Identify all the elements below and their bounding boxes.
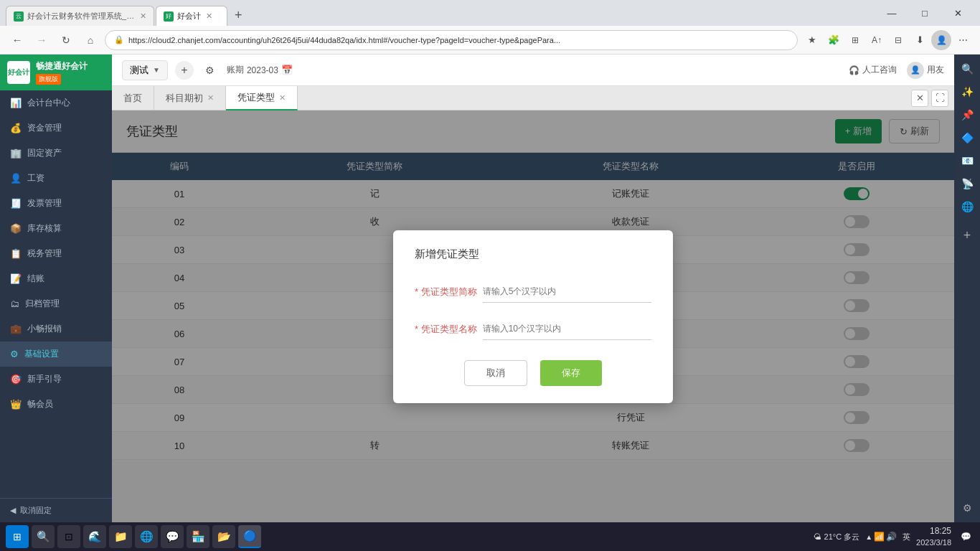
workspace-selector[interactable]: 测试 ▼ — [122, 60, 168, 80]
logo-icon: 好会计 — [7, 61, 30, 84]
extensions-icon[interactable]: 🧩 — [824, 30, 844, 50]
tabs-bar: 首页 科目期初 ✕ 凭证类型 ✕ ✕ ⛶ — [112, 86, 954, 110]
right-mail-button[interactable]: 📧 — [957, 151, 977, 171]
home-button[interactable]: ⌂ — [80, 30, 100, 50]
maximize-button[interactable]: □ — [908, 0, 941, 26]
invoice-icon: 🧾 — [10, 198, 22, 209]
forward-button[interactable]: → — [32, 30, 52, 50]
close-button[interactable]: ✕ — [941, 0, 974, 26]
sidebar-item-invoice[interactable]: 🧾 发票管理 — [0, 191, 112, 216]
browser-tab-1[interactable]: 云 好会计云财务软件管理系统_会计 ✕ — [6, 6, 154, 26]
right-gear-button[interactable]: ⚙ — [957, 498, 977, 518]
taskbar-language[interactable]: 英 — [903, 532, 910, 542]
sidebar-item-dashboard[interactable]: 📊 会计台中心 — [0, 90, 112, 116]
dialog-title: 新增凭证类型 — [415, 248, 651, 261]
sidebar-item-archive[interactable]: 🗂 归档管理 — [0, 291, 112, 316]
calendar-icon[interactable]: 📅 — [281, 65, 293, 75]
cancel-pin-label: 取消固定 — [20, 505, 52, 516]
taskbar-notification-button[interactable]: 💬 — [957, 528, 974, 545]
menu-icon[interactable]: ⋯ — [953, 30, 973, 50]
save-button[interactable]: 保存 — [540, 360, 602, 386]
right-pin-button[interactable]: 📌 — [957, 105, 977, 125]
dashboard-icon: 📊 — [10, 98, 22, 108]
sidebar-logo[interactable]: 好会计 畅捷通好会计 旗舰版 — [0, 55, 112, 90]
right-diamond-button[interactable]: 🔷 — [957, 128, 977, 148]
checkout-label: 结账 — [27, 273, 44, 285]
right-star-button[interactable]: ✨ — [957, 82, 977, 102]
dialog-abbr-input[interactable] — [483, 281, 651, 303]
dialog-actions: 取消 保存 — [415, 360, 651, 386]
cancel-pin-button[interactable]: ◀ 取消固定 — [0, 499, 112, 522]
tab-close-all-button[interactable]: ✕ — [911, 90, 928, 107]
checkout-icon: 📝 — [10, 273, 22, 284]
browser-tab-2[interactable]: 好 好会计 ✕ — [156, 6, 227, 26]
settings-button[interactable]: ⚙ — [201, 61, 220, 80]
cancel-button[interactable]: 取消 — [464, 360, 527, 386]
sidebar-item-settings[interactable]: ⚙ 基础设置 — [0, 342, 112, 367]
zoom-icon[interactable]: A↑ — [867, 30, 887, 50]
tab-subject-close-icon[interactable]: ✕ — [207, 93, 214, 103]
taskbar-task-view-button[interactable]: ⊡ — [57, 525, 80, 548]
sidebar-item-fixed-assets[interactable]: 🏢 固定资产 — [0, 141, 112, 166]
taskbar-search-button[interactable]: 🔍 — [32, 525, 55, 548]
right-search-button[interactable]: 🔍 — [957, 59, 977, 79]
downloads-icon[interactable]: ⬇ — [910, 30, 930, 50]
member-label: 畅会员 — [27, 398, 53, 410]
taskbar-chrome-button[interactable]: 🌐 — [135, 525, 158, 548]
sidebar-item-salary[interactable]: 👤 工资 — [0, 166, 112, 191]
new-tab-button[interactable]: + — [229, 8, 248, 23]
browser-tools: ★ 🧩 ⊞ A↑ ⊟ ⬇ 👤 ⋯ — [802, 30, 973, 50]
period-value: 2023-03 — [247, 65, 278, 75]
taskbar-edge2-button[interactable]: 🔵 — [238, 525, 261, 548]
fixed-assets-icon: 🏢 — [10, 148, 22, 159]
sidebar-item-fund[interactable]: 💰 资金管理 — [0, 116, 112, 141]
tab2-close-icon[interactable]: ✕ — [206, 11, 212, 21]
tab2-favicon: 好 — [164, 11, 174, 22]
taskbar-clock[interactable]: 18:25 2023/3/18 — [916, 525, 951, 548]
tab-subject[interactable]: 科目期初 ✕ — [154, 86, 226, 110]
dialog-name-input[interactable] — [483, 319, 651, 340]
favorites-icon[interactable]: ★ — [802, 30, 822, 50]
consult-button[interactable]: 🎧 人工咨询 — [849, 64, 897, 76]
consult-label: 人工咨询 — [862, 64, 897, 76]
address-input[interactable]: 🔒 https://cloud2.chanjet.com/accounting/… — [105, 30, 798, 50]
dialog-overlay: 新增凭证类型 * 凭证类型简称 * 凭证类型名称 取消 保存 — [112, 110, 954, 522]
tab1-close-icon[interactable]: ✕ — [140, 11, 146, 21]
taskbar-folder-button[interactable]: 📂 — [212, 525, 235, 548]
fund-label: 资金管理 — [27, 122, 62, 134]
sidebar-item-member[interactable]: 👑 畅会员 — [0, 392, 112, 417]
sidebar-item-guide[interactable]: 🎯 新手引导 — [0, 367, 112, 392]
tab-voucher-type[interactable]: 凭证类型 ✕ — [226, 86, 298, 110]
tab-home[interactable]: 首页 — [112, 86, 154, 110]
split-view-icon[interactable]: ⊟ — [888, 30, 908, 50]
read-view-icon[interactable]: ⊞ — [845, 30, 865, 50]
back-button[interactable]: ← — [7, 30, 27, 50]
sidebar-item-inventory[interactable]: 📦 库存核算 — [0, 216, 112, 241]
sidebar-item-expense[interactable]: 💼 小畅报销 — [0, 316, 112, 342]
guide-icon: 🎯 — [10, 374, 22, 385]
sidebar-item-tax[interactable]: 📋 税务管理 — [0, 241, 112, 266]
taskbar-date: 2023/3/18 — [916, 537, 951, 548]
profile-icon[interactable]: 👤 — [931, 30, 951, 50]
taskbar-wechat-button[interactable]: 💬 — [161, 525, 184, 548]
sidebar-item-checkout[interactable]: 📝 结账 — [0, 266, 112, 291]
workspace-dropdown-icon: ▼ — [153, 66, 160, 74]
user-button[interactable]: 👤 用友 — [907, 62, 944, 79]
right-add-button[interactable]: + — [957, 225, 977, 245]
right-web-button[interactable]: 🌐 — [957, 197, 977, 217]
tab-maximize-button[interactable]: ⛶ — [931, 90, 948, 107]
taskbar-store-button[interactable]: 🏪 — [187, 525, 209, 548]
taskbar-chevron-icon[interactable]: ▲ — [865, 533, 872, 541]
taskbar-edge-button[interactable]: 🌊 — [83, 525, 106, 548]
tab-voucher-type-close-icon[interactable]: ✕ — [279, 93, 286, 103]
taskbar-wifi-icon[interactable]: 📶 — [874, 532, 885, 542]
start-button[interactable]: ⊞ — [6, 525, 29, 548]
tax-icon: 📋 — [10, 248, 22, 259]
member-icon: 👑 — [10, 399, 22, 410]
add-workspace-button[interactable]: + — [175, 61, 194, 80]
right-share-button[interactable]: 📡 — [957, 174, 977, 194]
reload-button[interactable]: ↻ — [56, 30, 76, 50]
taskbar-sound-icon[interactable]: 🔊 — [886, 532, 897, 542]
taskbar-explorer-button[interactable]: 📁 — [109, 525, 132, 548]
minimize-button[interactable]: — — [875, 0, 908, 26]
